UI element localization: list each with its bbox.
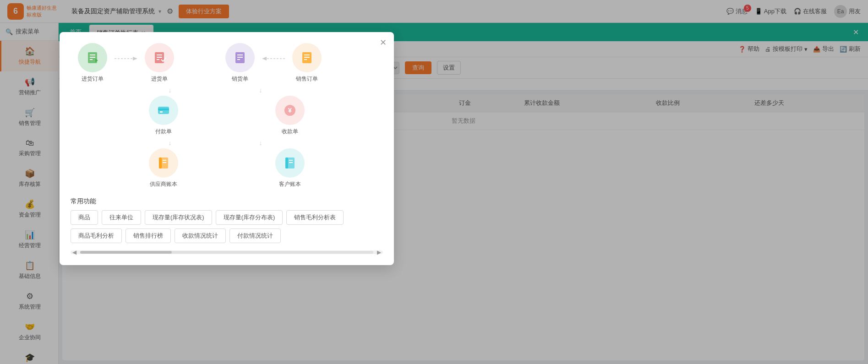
modal-close-button[interactable]: ✕ [380,38,387,48]
supplier-ledger-label: 供应商账本 [150,180,177,188]
quick-nav-modal: ✕ [60,32,394,265]
flow-diagram: 进货订单 [71,43,383,188]
flow-arrow-left [262,54,285,63]
customer-ledger-circle [275,148,305,178]
flow-item-purchase-receipt[interactable]: 进货单 [145,43,174,83]
flow-item-purchase-order[interactable]: 进货订单 [78,43,107,83]
scrollbar-track [80,251,373,254]
sales-order-label: 销售订单 [296,75,318,83]
payment-circle [149,96,178,125]
down-arrow-supplier: ↓ [155,139,185,147]
collection-label: 收款单 [282,128,298,136]
common-btn-stock-dist[interactable]: 现存量(库存分布表) [216,210,283,225]
flow-item-collection[interactable]: ¥ 收款单 [275,96,305,136]
common-btn-sales-rank[interactable]: 销售排行榜 [126,228,171,243]
flow-arrow-right [115,54,137,63]
flow-pair-right: 销货单 [218,43,329,83]
svg-rect-31 [285,158,288,168]
modal-scrollbar[interactable]: ◀ ▶ [71,250,383,254]
sales-order-circle [292,43,322,72]
common-btn-partner[interactable]: 往来单位 [102,210,141,225]
common-btn-sales-margin[interactable]: 销售毛利分析表 [286,210,344,225]
common-btn-stock-status[interactable]: 现存量(库存状况表) [145,210,212,225]
purchase-order-label: 进货订单 [82,75,104,83]
purchase-receipt-circle [145,43,174,72]
down-arrow-customer: ↓ [246,139,275,147]
customer-ledger-label: 客户账本 [279,180,301,188]
common-functions-section: 常用功能 商品 往来单位 现存量(库存状况表) 现存量(库存分布表) 销售毛利分… [71,197,383,243]
common-btn-product-margin[interactable]: 商品毛利分析 [71,228,122,243]
collection-circle: ¥ [275,96,305,125]
sales-receipt-circle [225,43,255,72]
flow-pair-left: 进货订单 [71,43,181,83]
flow-item-sales-receipt[interactable]: 销货单 [225,43,255,83]
common-functions-title: 常用功能 [71,197,383,206]
scroll-left-arrow[interactable]: ◀ [71,249,78,255]
modal-overlay: ✕ [0,0,868,364]
svg-rect-27 [159,158,162,168]
svg-rect-23 [160,111,163,113]
flow-item-supplier-wrapper: 供应商账本 [142,148,186,188]
flow-item-supplier-ledger[interactable]: 供应商账本 [149,148,178,188]
svg-rect-22 [158,109,169,110]
down-arrow-collection: ↓ [246,87,275,94]
svg-text:¥: ¥ [288,107,292,114]
scroll-right-arrow[interactable]: ▶ [375,249,383,255]
flow-row-1: 进货订单 [71,43,383,83]
flow-row-3: 供应商账本 [71,148,383,188]
supplier-ledger-circle [149,148,178,178]
common-buttons-group: 商品 往来单位 现存量(库存状况表) 现存量(库存分布表) 销售毛利分析表 商品… [71,210,383,243]
purchase-order-circle [78,43,107,72]
common-btn-product[interactable]: 商品 [71,210,98,225]
svg-marker-6 [133,57,137,60]
scrollbar-thumb[interactable] [80,251,172,254]
payment-label: 付款单 [155,128,172,136]
down-arrow-payment: ↓ [155,87,185,94]
app-wrapper: 6 畅康通好生意 标准版 装备及固定资产辅助管理系统 ▾ ⚙ 体验行业方案 💬 … [0,0,868,364]
flow-down-arrows: ↓ ↓ [71,87,383,94]
common-btn-payment-stats[interactable]: 付款情况统计 [229,228,281,243]
common-btn-collection-stats[interactable]: 收款情况统计 [175,228,226,243]
flow-item-payment-wrapper: 付款单 [142,96,186,136]
flow-row-2: 付款单 ¥ 收款单 [71,96,383,136]
svg-marker-16 [262,57,267,60]
flow-down-arrows-2: ↓ ↓ [71,139,383,147]
purchase-receipt-label: 进货单 [151,75,168,83]
flow-item-customer-wrapper: 客户账本 [268,148,312,188]
flow-item-payment[interactable]: 付款单 [149,96,178,136]
sales-receipt-label: 销货单 [232,75,248,83]
flow-item-customer-ledger[interactable]: 客户账本 [275,148,305,188]
flow-item-collection-wrapper: ¥ 收款单 [268,96,312,136]
flow-item-sales-order[interactable]: 销售订单 [292,43,322,83]
